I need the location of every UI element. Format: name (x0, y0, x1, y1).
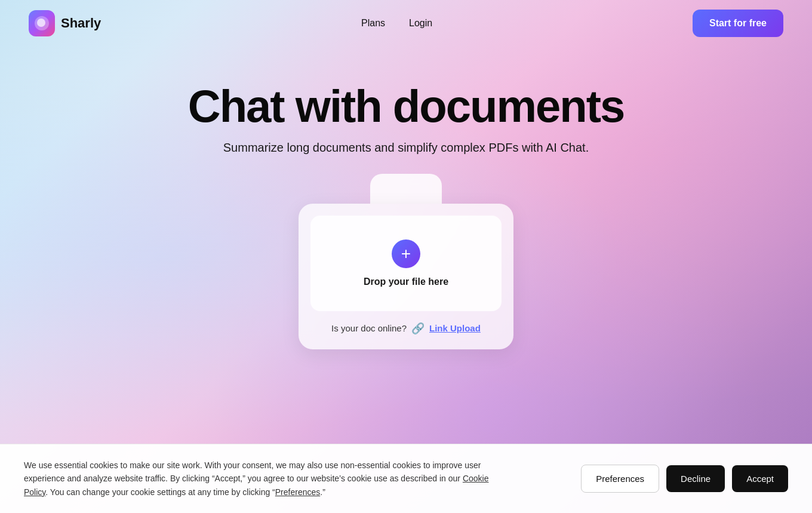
cookie-text-part3: .” (320, 487, 325, 497)
cookie-banner: We use essential cookies to make our sit… (0, 444, 812, 513)
upload-plus-button[interactable]: + (392, 239, 420, 268)
cookie-text-part1: We use essential cookies to make our sit… (24, 460, 481, 483)
upload-footer: Is your doc online? 🔗 Link Upload (310, 311, 502, 337)
link-upload-button[interactable]: Link Upload (429, 323, 481, 333)
preferences-button[interactable]: Preferences (581, 465, 659, 493)
brand: Sharly (29, 10, 101, 36)
start-for-free-button[interactable]: Start for free (693, 10, 783, 37)
nav-plans[interactable]: Plans (361, 18, 385, 29)
accept-button[interactable]: Accept (732, 465, 788, 492)
nav-links: Plans Login (361, 18, 432, 29)
upload-dropzone[interactable]: + Drop your file here (310, 216, 502, 311)
logo-mark (35, 16, 49, 30)
cookie-buttons: Preferences Decline Accept (581, 465, 788, 493)
upload-container: + Drop your file here Is your doc online… (299, 174, 513, 349)
upload-notch (370, 174, 442, 204)
hero-subtitle: Summarize long documents and simplify co… (223, 141, 589, 155)
brand-name: Sharly (61, 16, 101, 31)
cookie-text-part2: . You can change your cookie settings at… (45, 487, 275, 497)
link-icon: 🔗 (411, 322, 425, 335)
upload-card: + Drop your file here Is your doc online… (299, 204, 513, 349)
decline-button[interactable]: Decline (666, 465, 725, 492)
online-doc-text: Is your doc online? (331, 323, 407, 333)
logo-icon (29, 10, 55, 36)
hero-title: Chat with documents (188, 82, 624, 130)
upload-drop-label: Drop your file here (364, 277, 448, 287)
preferences-inline-link[interactable]: Preferences (275, 487, 320, 497)
hero-section: Chat with documents Summarize long docum… (0, 47, 812, 349)
nav-login[interactable]: Login (409, 18, 432, 29)
cookie-text: We use essential cookies to make our sit… (24, 459, 513, 499)
navbar: Sharly Plans Login Start for free (0, 0, 812, 47)
